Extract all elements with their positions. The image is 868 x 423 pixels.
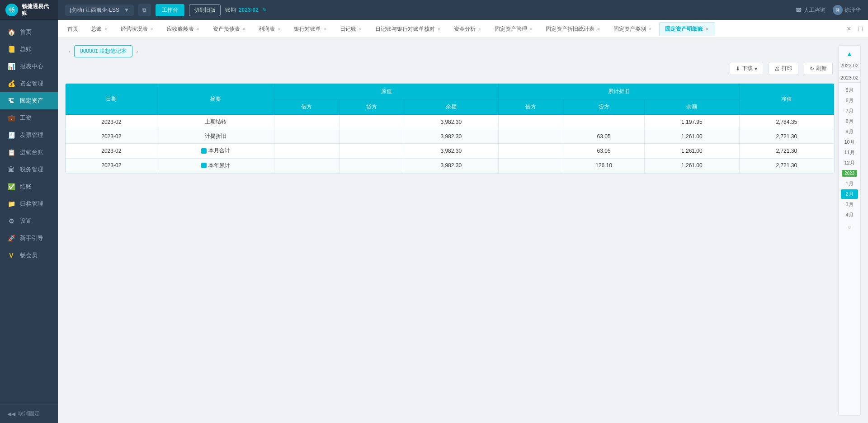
payroll-icon: 💼 [7, 114, 15, 122]
month-6[interactable]: 6月 [839, 96, 860, 105]
copy-button[interactable]: ⧉ [138, 4, 151, 16]
tab-depreciation-stats[interactable]: 固定资产折旧统计表 × [540, 22, 607, 36]
tab-journal-close[interactable]: × [358, 26, 363, 32]
user-avatar-icon: 徐 [833, 5, 843, 15]
tab-balance-close[interactable]: × [242, 26, 246, 32]
subnav-next-arrow[interactable]: › [134, 47, 140, 56]
user-menu[interactable]: 徐 徐泽华 [833, 5, 861, 15]
month-5[interactable]: 5月 [839, 85, 860, 95]
panel-scroll-down[interactable]: ○ [847, 222, 852, 231]
tab-fixed-asset-mgmt[interactable]: 固定资产管理 × [489, 22, 539, 36]
month-7[interactable]: 7月 [839, 106, 860, 116]
tab-fund-analysis[interactable]: 资金分析 × [448, 22, 488, 36]
panel-scroll-up[interactable]: ▲ [845, 49, 854, 58]
tab-close-all-button[interactable]: × [845, 24, 853, 34]
refresh-button[interactable]: ↻ 刷新 [804, 62, 833, 75]
tab-home-label: 首页 [67, 25, 78, 33]
purchase-sales-icon: 📋 [7, 148, 15, 156]
cell-summary: 上期结转 [157, 115, 274, 129]
tab-fund-label: 资金分析 [454, 25, 476, 33]
cell-orig-credit [339, 115, 404, 129]
month-3[interactable]: 3月 [839, 200, 860, 209]
tab-home[interactable]: 首页 [61, 22, 84, 36]
month-10[interactable]: 10月 [839, 137, 860, 147]
guide-icon: 🚀 [7, 234, 15, 242]
subnav-prev-arrow[interactable]: ‹ [67, 47, 72, 56]
sidebar-item-home[interactable]: 🏠 首页 [0, 24, 58, 41]
current-year-badge: 2023 [842, 170, 857, 177]
unpin-label: 取消固定 [18, 410, 40, 418]
sidebar-item-tax[interactable]: 🏛 税务管理 [0, 161, 58, 178]
sidebar-item-archive[interactable]: 📁 归档管理 [0, 195, 58, 212]
tab-maximize-button[interactable]: □ [856, 24, 864, 34]
month-9[interactable]: 9月 [839, 127, 860, 136]
print-icon: 🖨 [774, 66, 780, 72]
sidebar-item-fixed-assets[interactable]: 🏗 固定资产 [0, 92, 58, 109]
tab-business-status[interactable]: 经营状况表 × [115, 22, 160, 36]
print-button[interactable]: 🖨 打印 [769, 62, 798, 75]
download-button[interactable]: ⬇ 下载 ▾ [730, 62, 763, 75]
tab-asset-detail-close[interactable]: × [705, 26, 709, 32]
tab-balance-sheet[interactable]: 资产负债表 × [207, 22, 252, 36]
period-label-top1: 2023.02 [839, 61, 860, 70]
sidebar-item-member[interactable]: V 畅会员 [0, 247, 58, 264]
cell-summary: 本月合计 [157, 144, 274, 159]
tab-asset-cat-close[interactable]: × [648, 26, 652, 32]
month-1[interactable]: 1月 [839, 179, 860, 188]
sidebar-item-closing[interactable]: ✅ 结账 [0, 178, 58, 195]
tab-bank-close[interactable]: × [323, 26, 327, 32]
sidebar-item-purchase-sales[interactable]: 📋 进销台账 [0, 144, 58, 161]
subnav-asset-label: 000001 联想笔记本 [80, 47, 127, 55]
tab-asset-category[interactable]: 固定资产类别 × [608, 22, 658, 36]
switch-version-button[interactable]: 切到旧版 [189, 4, 221, 16]
workspace-button[interactable]: 工作台 [156, 4, 184, 16]
tab-profit-label: 利润表 [259, 25, 275, 33]
col-dep-balance: 余额 [645, 99, 739, 115]
sidebar-item-funds[interactable]: 💰 资金管理 [0, 75, 58, 92]
tab-asset-mgmt-close[interactable]: × [529, 26, 533, 32]
tab-journal-bank-check[interactable]: 日记账与银行对账单核对 × [369, 22, 447, 36]
tab-ledger-close[interactable]: × [104, 26, 108, 32]
sidebar-unpin[interactable]: ◀◀ 取消固定 [0, 404, 58, 423]
sidebar-item-reports[interactable]: 📊 报表中心 [0, 58, 58, 75]
tab-fund-close[interactable]: × [477, 26, 482, 32]
sidebar-item-settings[interactable]: ⚙ 设置 [0, 212, 58, 230]
table-row: 2023-02 本月合计 3,982.30 63.05 1,261.00 2,7… [66, 144, 834, 159]
download-icon: ⬇ [736, 66, 740, 72]
month-8[interactable]: 8月 [839, 117, 860, 126]
settings-icon: ⚙ [7, 217, 15, 225]
period-edit-icon[interactable]: ✎ [262, 7, 267, 13]
service-button[interactable]: ☎ 人工咨询 [795, 6, 826, 14]
col-accumulated-dep: 累计折旧 [498, 84, 739, 99]
tab-profit[interactable]: 利润表 × [253, 22, 287, 36]
month-2-active[interactable]: 2月 [841, 189, 858, 199]
tab-bar: 首页 总账 × 经营状况表 × 应收账龄表 × 资产负债表 × 利润表 × 银行… [58, 20, 868, 38]
invoice-icon: 🧾 [7, 131, 15, 139]
tab-journal-bank-close[interactable]: × [437, 26, 441, 32]
month-4[interactable]: 4月 [839, 210, 860, 220]
cell-net-value: 2,721.30 [739, 158, 834, 173]
tab-bank-statement[interactable]: 银行对账单 × [288, 22, 333, 36]
cell-dep-debit [498, 129, 563, 144]
sidebar-item-payroll[interactable]: 💼 工资 [0, 109, 58, 127]
sidebar-item-invoice[interactable]: 🧾 发票管理 [0, 127, 58, 144]
right-period-panel: ▲ 2023.02 2023.02 5月 6月 7月 8月 9月 10月 11月… [838, 45, 861, 416]
tab-business-close[interactable]: × [150, 26, 154, 32]
subnav-item-asset[interactable]: 000001 联想笔记本 [74, 45, 132, 57]
topbar-right: ☎ 人工咨询 徐 徐泽华 [795, 5, 861, 15]
tab-profit-close[interactable]: × [277, 26, 281, 32]
sidebar-item-guide[interactable]: 🚀 新手引导 [0, 230, 58, 247]
tab-receivable-close[interactable]: × [196, 26, 200, 32]
tab-ledger[interactable]: 总账 × [85, 22, 114, 36]
tab-dep-stats-close[interactable]: × [596, 26, 601, 32]
cell-date: 2023-02 [66, 158, 157, 173]
cell-net-value: 2,784.35 [739, 115, 834, 129]
tab-receivable[interactable]: 应收账龄表 × [161, 22, 206, 36]
month-11[interactable]: 11月 [839, 148, 860, 157]
tab-asset-detail[interactable]: 固定资产明细账 × [659, 22, 715, 36]
member-icon: V [7, 251, 15, 259]
sidebar-item-ledger[interactable]: 📒 总账 [0, 41, 58, 58]
tab-journal[interactable]: 日记账 × [334, 22, 368, 36]
company-selector[interactable]: (勿动) 江西服企-LSS ▼ [65, 5, 134, 16]
month-12[interactable]: 12月 [839, 158, 860, 168]
